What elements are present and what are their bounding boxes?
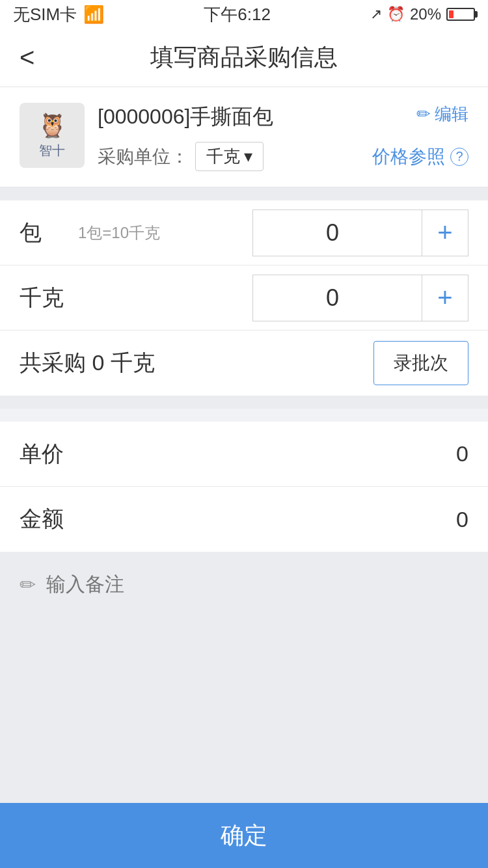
wifi-icon: 📶 [83,5,104,25]
product-image: 🦉 智十 [20,103,85,168]
notes-input[interactable] [46,573,468,595]
battery-fill [449,10,454,18]
unit-price-value: 0 [456,441,468,467]
kg-input-row: 千克 + [0,265,488,331]
kg-quantity-input[interactable] [252,275,422,321]
kg-label: 千克 [20,283,72,313]
edit-button[interactable]: ✏ 编辑 [416,103,468,126]
status-left: 无SIM卡 📶 [13,3,104,26]
product-name: [0000006]手撕面包 [98,103,273,131]
battery-percent: 20% [410,5,441,23]
bag-sublabel: 1包=10千克 [78,223,160,243]
section-divider-2 [0,396,488,409]
edit-label: 编辑 [435,103,468,126]
chevron-down-icon: ▾ [244,146,252,167]
bottom-space [0,617,488,812]
amount-label: 金额 [20,504,64,534]
bag-input-right: + [252,210,468,256]
product-section: 🦉 智十 [0000006]手撕面包 ✏ 编辑 采购单位： 千克 ▾ 价格参照 [0,87,488,187]
kg-input-right: + [252,275,468,321]
total-text: 共采购 0 千克 [20,348,155,378]
bag-quantity-input[interactable] [252,210,422,256]
price-ref-button[interactable]: 价格参照 ? [372,144,468,169]
product-info: [0000006]手撕面包 ✏ 编辑 采购单位： 千克 ▾ 价格参照 ? [98,103,468,171]
unit-price-row: 单价 0 [0,422,488,487]
brand-label: 智十 [39,142,65,159]
bag-plus-button[interactable]: + [422,210,468,256]
status-time: 下午6:12 [204,3,271,26]
edit-icon: ✏ [416,104,431,124]
input-section: 包 1包=10千克 + 千克 + [0,200,488,331]
unit-value: 千克 [206,145,240,168]
total-quantity: 0 [92,350,104,375]
back-button[interactable]: < [20,43,34,72]
unit-section: 采购单位： 千克 ▾ [98,142,264,171]
product-header: [0000006]手撕面包 ✏ 编辑 [98,103,468,131]
alarm-icon: ⏰ [387,6,405,23]
status-right: ↗ ⏰ 20% [370,5,475,23]
total-unit: 千克 [111,350,155,375]
unit-label: 采购单位： [98,144,189,169]
amount-value: 0 [456,507,468,532]
notes-section: ✏ [0,552,488,617]
confirm-button[interactable]: 确定 [0,803,488,868]
location-icon: ↗ [370,6,382,23]
brand-icon: 🦉 [38,112,67,139]
bag-label: 包 [20,218,72,248]
section-divider-1 [0,187,488,200]
status-bar: 无SIM卡 📶 下午6:12 ↗ ⏰ 20% [0,0,488,29]
kg-plus-button[interactable]: + [422,275,468,321]
product-meta: 采购单位： 千克 ▾ 价格参照 ? [98,142,468,171]
help-icon: ? [450,148,468,166]
pencil-icon: ✏ [20,573,36,596]
bag-input-row: 包 1包=10千克 + [0,200,488,265]
price-section: 单价 0 金额 0 [0,422,488,552]
batch-button[interactable]: 录批次 [373,341,468,385]
page-title: 填写商品采购信息 [150,42,338,74]
total-row: 共采购 0 千克 录批次 [0,331,488,396]
price-ref-label: 价格参照 [372,144,445,169]
amount-row: 金额 0 [0,487,488,552]
nav-bar: < 填写商品采购信息 [0,29,488,87]
sim-text: 无SIM卡 [13,3,77,26]
unit-select[interactable]: 千克 ▾ [195,142,264,171]
battery-indicator [446,8,475,21]
unit-price-label: 单价 [20,439,64,469]
